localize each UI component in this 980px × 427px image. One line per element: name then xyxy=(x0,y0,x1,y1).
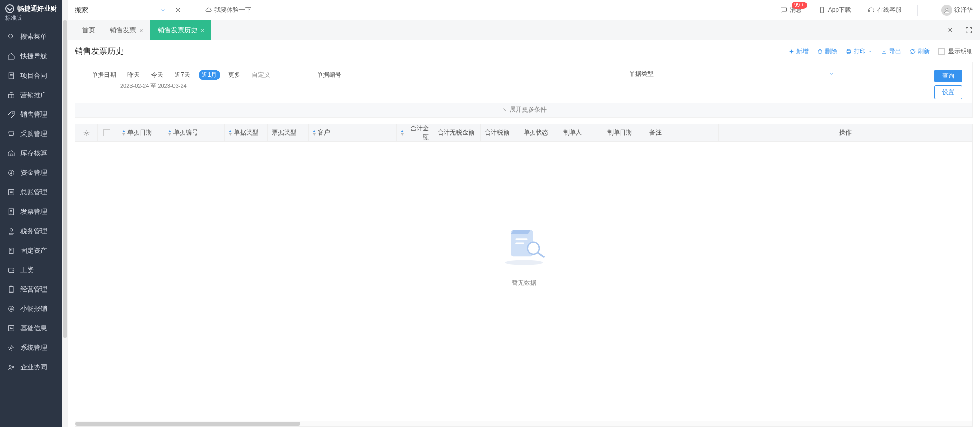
sidebar-item-inventory[interactable]: 库存核算 xyxy=(0,144,68,163)
table-body: 暂无数据 xyxy=(75,142,972,421)
sidebar-item-basic[interactable]: 基础信息 xyxy=(0,319,68,338)
filter-docno-label: 单据编号 xyxy=(311,71,341,79)
checkbox-icon xyxy=(938,48,945,55)
coin-icon xyxy=(7,169,15,177)
svg-point-14 xyxy=(10,347,12,349)
sidebar-item-tax[interactable]: 税务管理 xyxy=(0,221,68,241)
sidebar-item-salary[interactable]: 工资 xyxy=(0,260,68,280)
filter-date-label: 单据日期 xyxy=(85,71,116,79)
sidebar-item-system[interactable]: 系统管理 xyxy=(0,338,68,357)
tab-sales-invoice-history[interactable]: 销售发票历史× xyxy=(150,20,212,40)
select-all-checkbox[interactable] xyxy=(98,124,118,141)
sidebar-item-expense[interactable]: 小畅报销 xyxy=(0,299,68,319)
col-creator[interactable]: 制单人 xyxy=(559,124,603,141)
gear-icon xyxy=(83,129,90,137)
receipt-icon xyxy=(7,208,15,216)
sidebar-item-label: 销售管理 xyxy=(20,110,47,119)
filter-settings-button[interactable]: 设置 xyxy=(934,85,962,99)
col-note[interactable]: 备注 xyxy=(645,124,719,141)
sidebar-scrollbar[interactable] xyxy=(62,0,68,427)
plus-icon xyxy=(788,48,795,55)
col-status[interactable]: 单据状态 xyxy=(519,124,559,141)
sidebar-item-funds[interactable]: 资金管理 xyxy=(0,163,68,183)
expand-filters-button[interactable]: 展开更多条件 xyxy=(75,103,972,117)
col-label: 制单日期 xyxy=(607,128,632,137)
sidebar-item-marketing[interactable]: 营销推广 xyxy=(0,85,68,105)
user-name: 徐泽华 xyxy=(954,6,973,14)
settings-button[interactable] xyxy=(174,6,182,14)
brand-edition: 标准版 xyxy=(5,14,62,22)
fullscreen-button[interactable] xyxy=(962,23,976,37)
search-button[interactable]: 查询 xyxy=(934,70,962,82)
cart-icon xyxy=(7,130,15,138)
sidebar-item-enterprise[interactable]: 企业协同 xyxy=(0,357,68,377)
experience-link[interactable]: 我要体验一下 xyxy=(205,6,251,14)
sidebar-item-assets[interactable]: 固定资产 xyxy=(0,241,68,260)
app-download-button[interactable]: App下载 xyxy=(818,6,851,14)
sidebar-item-operation[interactable]: 经营管理 xyxy=(0,280,68,299)
col-ticket[interactable]: 票据类型 xyxy=(268,124,309,141)
date-chip-custom[interactable]: 自定义 xyxy=(249,70,273,80)
sidebar-item-purchase[interactable]: 采购管理 xyxy=(0,124,68,144)
info-icon xyxy=(7,324,15,332)
col-customer[interactable]: 客户 xyxy=(309,124,397,141)
sidebar-item-search[interactable]: 搜索菜单 xyxy=(0,27,68,47)
export-button[interactable]: 导出 xyxy=(881,47,901,56)
col-docno[interactable]: 单据编号 xyxy=(164,124,225,141)
svg-point-0 xyxy=(9,34,13,38)
close-icon[interactable]: × xyxy=(139,27,143,34)
col-date[interactable]: 单据日期 xyxy=(118,124,164,141)
tab-home[interactable]: 首页 xyxy=(75,20,102,40)
table-header: 单据日期 单据编号 单据类型 票据类型 客户 合计金额 合计无税金额 合计税额 … xyxy=(75,124,972,142)
date-chip-today[interactable]: 今天 xyxy=(148,70,166,80)
close-icon[interactable]: × xyxy=(201,27,205,34)
team-icon xyxy=(7,363,15,371)
tab-bar: 首页 销售发票× 销售发票历史× × xyxy=(68,20,980,40)
show-detail-toggle[interactable]: 显示明细 xyxy=(938,47,973,56)
refresh-button[interactable]: 刷新 xyxy=(909,47,930,56)
support-button[interactable]: 在线客服 xyxy=(867,6,902,14)
sidebar-item-contract[interactable]: 项目合同 xyxy=(0,66,68,85)
col-action: 操作 xyxy=(719,124,972,141)
col-label: 票据类型 xyxy=(272,128,296,137)
docno-input[interactable] xyxy=(350,70,524,80)
messages-button[interactable]: 消息 99 + xyxy=(780,6,802,14)
sidebar-item-label: 基础信息 xyxy=(20,324,47,333)
action-label: 刷新 xyxy=(918,47,930,56)
sidebar-item-ledger[interactable]: 总账管理 xyxy=(0,183,68,202)
col-notax[interactable]: 合计无税金额 xyxy=(433,124,481,141)
col-create-date[interactable]: 制单日期 xyxy=(603,124,645,141)
data-table: 单据日期 单据编号 单据类型 票据类型 客户 合计金额 合计无税金额 合计税额 … xyxy=(75,124,973,427)
date-chip-1m[interactable]: 近1月 xyxy=(199,70,221,80)
col-amount[interactable]: 合计金额 xyxy=(397,124,433,141)
user-menu[interactable]: 徐泽华 xyxy=(941,5,973,16)
svg-rect-20 xyxy=(847,51,851,53)
print-button[interactable]: 打印 xyxy=(845,47,873,56)
tab-label: 首页 xyxy=(82,26,95,35)
col-type[interactable]: 单据类型 xyxy=(225,124,268,141)
type-select[interactable] xyxy=(662,70,836,78)
date-chip-yesterday[interactable]: 昨天 xyxy=(124,70,143,80)
add-button[interactable]: 新增 xyxy=(788,47,809,56)
page-title: 销售发票历史 xyxy=(75,46,124,57)
avatar-icon xyxy=(941,5,952,16)
filter-panel: 单据日期 昨天 今天 近7天 近1月 更多 自定义 2023-02-24 至 2… xyxy=(75,62,973,118)
horizontal-scrollbar[interactable] xyxy=(75,421,972,426)
column-settings-button[interactable] xyxy=(75,124,98,141)
sidebar: 畅捷通好业财 标准版 搜索菜单 快捷导航 项目合同 营销推广 销售管理 采购管理… xyxy=(0,0,68,427)
close-all-tabs-button[interactable]: × xyxy=(943,23,957,37)
delete-button[interactable]: 删除 xyxy=(817,47,837,56)
sidebar-item-invoice[interactable]: 发票管理 xyxy=(0,202,68,221)
filter-type-label: 单据类型 xyxy=(623,70,654,78)
date-chip-7d[interactable]: 近7天 xyxy=(171,70,193,80)
sidebar-item-quicknav[interactable]: 快捷导航 xyxy=(0,47,68,66)
sidebar-item-sales[interactable]: 销售管理 xyxy=(0,105,68,124)
sidebar-item-label: 固定资产 xyxy=(20,246,47,255)
chevron-down-icon xyxy=(867,48,873,55)
date-chip-more[interactable]: 更多 xyxy=(225,70,244,80)
col-label: 单据状态 xyxy=(524,128,548,137)
col-tax[interactable]: 合计税额 xyxy=(481,124,519,141)
ledger-icon xyxy=(7,188,15,196)
org-selector[interactable]: 搬家 xyxy=(75,6,166,15)
tab-sales-invoice[interactable]: 销售发票× xyxy=(102,20,150,40)
